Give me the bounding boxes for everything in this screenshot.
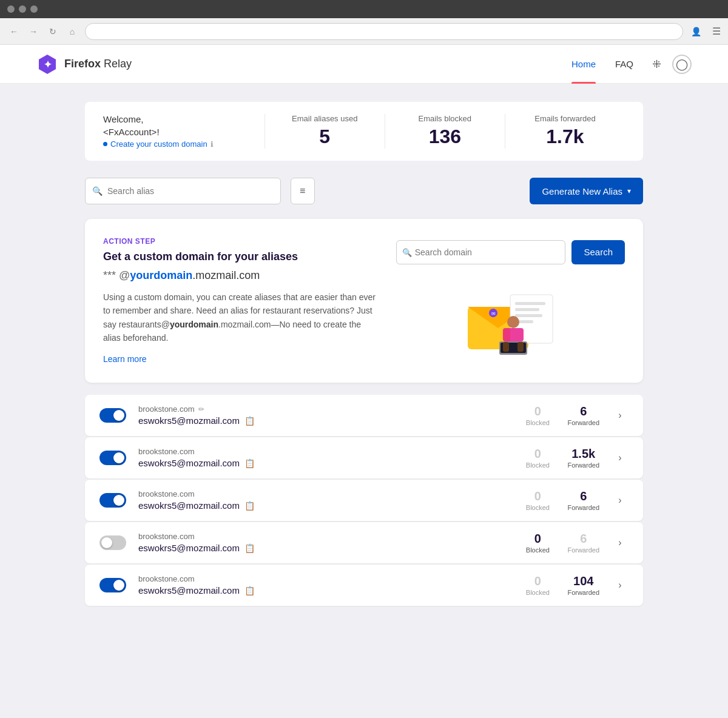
copy-alias-icon[interactable]: 📋 bbox=[244, 501, 255, 511]
apps-icon[interactable]: ⁜ bbox=[645, 53, 667, 75]
action-bar: 🔍 ≡ Generate New Alias ▾ bbox=[85, 178, 643, 204]
toggle-thumb bbox=[113, 410, 124, 421]
alias-forwarded-value: 6 bbox=[567, 404, 599, 418]
alias-blocked-stat: 0 Blocked bbox=[522, 447, 553, 469]
search-alias-input[interactable] bbox=[85, 178, 281, 204]
alias-email: eswokrs5@mozmail.com 📋 bbox=[138, 500, 510, 511]
app-header: ✦ Firefox Relay Home FAQ ⁜ ◯ bbox=[0, 45, 728, 84]
alias-blocked-label: Blocked bbox=[522, 504, 553, 511]
copy-alias-icon[interactable]: 📋 bbox=[244, 586, 255, 596]
alias-email-address: eswokrs5@mozmail.com bbox=[138, 585, 240, 596]
alias-list: brookstone.com ✏ eswokrs5@mozmail.com 📋 … bbox=[85, 395, 643, 606]
back-button[interactable]: ← bbox=[7, 25, 21, 38]
alias-expand-button-5[interactable]: › bbox=[612, 577, 629, 594]
alias-expand-button-3[interactable]: › bbox=[612, 492, 629, 509]
svg-rect-7 bbox=[515, 314, 542, 317]
alias-site: brookstone.com bbox=[138, 447, 510, 456]
copy-alias-icon[interactable]: 📋 bbox=[244, 416, 255, 426]
svg-rect-6 bbox=[515, 308, 539, 311]
domain-search-input[interactable] bbox=[396, 240, 566, 264]
edit-alias-icon[interactable]: ✏ bbox=[198, 405, 204, 414]
promo-right: 🔍 Search bbox=[396, 237, 625, 364]
info-icon: ℹ bbox=[211, 140, 214, 149]
alias-stats-2: 0 Blocked 1.5k Forwarded bbox=[522, 447, 599, 469]
alias-forwarded-stat: 6 Forwarded bbox=[567, 489, 599, 511]
forward-button[interactable]: → bbox=[27, 25, 40, 38]
nav-faq[interactable]: FAQ bbox=[608, 45, 641, 84]
emails-blocked-value: 136 bbox=[397, 126, 493, 148]
alias-expand-button-2[interactable]: › bbox=[612, 449, 629, 466]
alias-stats-5: 0 Blocked 104 Forwarded bbox=[522, 574, 599, 596]
toggle-track[interactable] bbox=[99, 535, 126, 550]
promo-illustration: ✉ bbox=[450, 277, 571, 361]
aliases-used-value: 5 bbox=[277, 126, 372, 148]
alias-site-name: brookstone.com bbox=[138, 404, 195, 414]
filter-button[interactable]: ≡ bbox=[291, 178, 315, 204]
profile-avatar[interactable]: ◯ bbox=[672, 55, 692, 74]
toggle-track[interactable] bbox=[99, 451, 126, 465]
nav-home[interactable]: Home bbox=[564, 45, 603, 84]
svg-rect-5 bbox=[515, 302, 545, 305]
svg-rect-14 bbox=[517, 342, 524, 352]
toggle-track[interactable] bbox=[99, 408, 126, 423]
generate-alias-chevron: ▾ bbox=[627, 187, 631, 195]
domain-search-icon: 🔍 bbox=[402, 247, 412, 257]
alias-toggle-3[interactable] bbox=[99, 493, 126, 508]
home-button[interactable]: ⌂ bbox=[66, 25, 79, 38]
custom-domain-link[interactable]: Create your custom domain ℹ bbox=[103, 139, 246, 149]
toggle-track[interactable] bbox=[99, 578, 126, 592]
promo-domain-name: yourdomain bbox=[130, 269, 192, 281]
alias-toggle-4[interactable] bbox=[99, 535, 126, 550]
alias-list-item: brookstone.com eswokrs5@mozmail.com 📋 0 … bbox=[85, 522, 643, 563]
alias-email-address: eswokrs5@mozmail.com bbox=[138, 458, 240, 468]
alias-email-address: eswokrs5@mozmail.com bbox=[138, 415, 240, 426]
alias-site-name: brookstone.com bbox=[138, 489, 195, 498]
hamburger-menu-icon[interactable]: ☰ bbox=[712, 25, 721, 37]
alias-blocked-stat: 0 Blocked bbox=[522, 532, 553, 554]
alias-list-item: brookstone.com ✏ eswokrs5@mozmail.com 📋 … bbox=[85, 395, 643, 436]
aliases-used-label: Email aliases used bbox=[277, 114, 372, 123]
alias-expand-button-4[interactable]: › bbox=[612, 534, 629, 551]
logo-text: Firefox Relay bbox=[64, 58, 132, 70]
alias-blocked-value: 0 bbox=[522, 489, 553, 503]
refresh-button[interactable]: ↻ bbox=[46, 25, 59, 38]
alias-toggle-5[interactable] bbox=[99, 578, 126, 592]
alias-email: eswokrs5@mozmail.com 📋 bbox=[138, 458, 510, 468]
alias-site: brookstone.com bbox=[138, 532, 510, 541]
emails-blocked-stat: Emails blocked 136 bbox=[385, 114, 505, 149]
generate-alias-button[interactable]: Generate New Alias ▾ bbox=[530, 178, 643, 204]
alias-forwarded-value: 1.5k bbox=[567, 447, 599, 461]
toggle-thumb bbox=[113, 580, 124, 591]
alias-forwarded-stat: 6 Forwarded bbox=[567, 404, 599, 426]
alias-forwarded-label: Forwarded bbox=[567, 461, 599, 469]
search-alias-wrap: 🔍 bbox=[85, 178, 281, 204]
alias-forwarded-stat: 104 Forwarded bbox=[567, 574, 599, 596]
promo-card: Action step Get a custom domain for your… bbox=[85, 219, 643, 383]
emails-blocked-label: Emails blocked bbox=[397, 114, 493, 123]
domain-search-button[interactable]: Search bbox=[571, 240, 625, 264]
copy-alias-icon[interactable]: 📋 bbox=[244, 458, 255, 468]
alias-blocked-label: Blocked bbox=[522, 419, 553, 426]
toggle-track[interactable] bbox=[99, 493, 126, 508]
browser-dot-red bbox=[7, 5, 15, 13]
copy-alias-icon[interactable]: 📋 bbox=[244, 543, 255, 553]
alias-toggle-1[interactable] bbox=[99, 408, 126, 423]
alias-site: brookstone.com ✏ bbox=[138, 404, 510, 414]
custom-domain-dot bbox=[103, 142, 107, 146]
alias-expand-button-1[interactable]: › bbox=[612, 407, 629, 424]
welcome-line2: <FxAccount>! bbox=[103, 127, 246, 137]
browser-toolbar: ← → ↻ ⌂ 👤 ☰ bbox=[0, 18, 728, 45]
promo-left: Action step Get a custom domain for your… bbox=[103, 237, 378, 364]
alias-info-3: brookstone.com eswokrs5@mozmail.com 📋 bbox=[138, 489, 510, 511]
alias-forwarded-label: Forwarded bbox=[567, 546, 599, 554]
alias-toggle-2[interactable] bbox=[99, 451, 126, 465]
profile-icon[interactable]: 👤 bbox=[689, 25, 703, 38]
promo-domain-prefix: *** @ bbox=[103, 269, 130, 281]
generate-alias-label: Generate New Alias bbox=[542, 186, 622, 196]
welcome-line1: Welcome, bbox=[103, 114, 246, 124]
alias-blocked-value: 0 bbox=[522, 447, 553, 461]
address-bar[interactable] bbox=[85, 23, 683, 40]
nav-links: Home FAQ ⁜ ◯ bbox=[564, 45, 692, 84]
alias-site: brookstone.com bbox=[138, 574, 510, 583]
learn-more-link[interactable]: Learn more bbox=[103, 354, 147, 364]
